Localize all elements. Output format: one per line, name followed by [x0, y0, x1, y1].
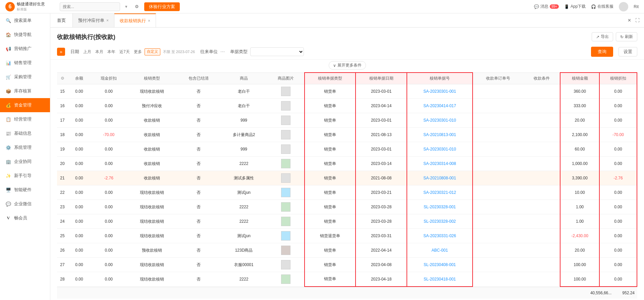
sidebar-item-navigation[interactable]: 🏠 快捷导航 [0, 28, 50, 42]
dropdown-arrow-icon[interactable]: ▾ [123, 3, 129, 10]
row-index: 23 [57, 200, 68, 214]
this-year-link[interactable]: 本年 [106, 48, 117, 55]
last-month-link[interactable]: 上月 [82, 48, 93, 55]
tab-writeoff[interactable]: 收款核销执行 × [114, 13, 156, 27]
voucher-no-link[interactable]: SL-20230328-001 [424, 205, 456, 209]
row-cash-discount: 0.00 [91, 200, 127, 214]
filter-counterparty-group: 往来单位 ··· [200, 49, 225, 55]
row-voucher-type: 销货单 [305, 142, 356, 157]
row-voucher-date: 2023-03-14 [356, 157, 407, 171]
row-voucher-no: SL-20230328-001 [407, 200, 473, 214]
sidebar-item-marketing[interactable]: 📢 营销推广 [0, 42, 50, 56]
voucher-no-link[interactable]: SA-20210808-001 [423, 176, 456, 180]
sidebar-item-sales[interactable]: 📊 销售管理 [0, 56, 50, 70]
user-avatar[interactable] [619, 2, 628, 11]
row-product: 2222 [220, 157, 267, 171]
maximize-window-icon[interactable]: ⛶ [635, 18, 640, 23]
sidebar-item-member[interactable]: V 畅会员 [0, 211, 50, 225]
sidebar-item-label: 经营管理 [14, 116, 32, 122]
row-product-img [267, 128, 304, 142]
voucher-no-link[interactable]: SA-20230331-026 [423, 233, 456, 238]
column-writeoff-type-header: 核销类型 [127, 73, 177, 84]
row-product: 老白干 [220, 99, 267, 113]
online-support-button[interactable]: 🎧 在线客服 [591, 4, 613, 9]
tab-close-writeoff[interactable]: × [148, 18, 150, 23]
row-include-settled: 否 [177, 128, 220, 142]
voucher-no-link[interactable]: SA-20230314-008 [423, 161, 456, 166]
row-index: 22 [57, 185, 68, 200]
export-button[interactable]: ↗ 导出 [592, 32, 613, 41]
row-include-settled: 否 [177, 243, 220, 258]
sidebar-item-enterprise[interactable]: 🏢 企业协同 [0, 155, 50, 169]
voucher-no-link[interactable]: SA-20230301-010 [423, 118, 456, 123]
refresh-button[interactable]: ↻ 刷新 [616, 32, 637, 41]
top-bar: 6 畅捷通谱好生意 标准版 ▾ ⚙ 休验行业方案 💬 消息 99+ 📱 App下… [0, 0, 644, 13]
chevron-down-icon: ∨ [333, 63, 336, 68]
row-product-img [267, 200, 304, 214]
column-include-settled-header: 包含已结清 [177, 73, 220, 84]
voucher-type-select[interactable] [250, 47, 304, 56]
row-balance: 0.00 [68, 113, 91, 128]
voucher-no-link[interactable]: SL-20230328-002 [424, 219, 456, 224]
monitor-icon: 🖥️ [5, 187, 11, 192]
row-include-settled: 否 [177, 272, 220, 287]
table-container: ⚙ 余额 现金折扣 核销类型 包含已结清 商品 商品图片 核销单据类型 核销单据… [50, 72, 644, 300]
voucher-no-link[interactable]: SA-20230321-012 [423, 190, 456, 195]
tab-prepayment[interactable]: 预付冲应付单 × [73, 13, 114, 27]
this-month-link[interactable]: 本月 [94, 48, 105, 55]
sidebar-item-inventory[interactable]: 📦 库存核算 [0, 84, 50, 98]
last-7-days-link[interactable]: 近7天 [118, 48, 131, 55]
sidebar-item-hardware[interactable]: 🖥️ 智能硬件 [0, 183, 50, 197]
row-writeoff-amount: 100.00 [560, 272, 599, 287]
row-writeoff-type: 现结收款核销 [127, 272, 177, 287]
tab-close-prepayment[interactable]: × [106, 18, 109, 23]
column-settings-header[interactable]: ⚙ [57, 73, 68, 84]
product-image [281, 87, 290, 96]
sidebar-item-operations[interactable]: 📋 经营管理 [0, 112, 50, 126]
filter-expand-button[interactable]: » [57, 48, 65, 56]
row-receipt-condition [523, 99, 560, 113]
voucher-no-link[interactable]: SA-20230414-017 [423, 103, 456, 108]
settings-icon[interactable]: ⚙ [132, 2, 142, 11]
more-dates-link[interactable]: 更多 [132, 48, 143, 55]
row-writeoff-discount: 0.00 [599, 157, 637, 171]
sidebar-item-search[interactable]: 🔍 搜索菜单 [0, 13, 50, 28]
expand-more-button[interactable]: ∨ 展开更多条件 [329, 61, 366, 70]
box-icon: 📦 [5, 89, 11, 94]
notifications-button[interactable]: 💬 消息 99+ [534, 4, 559, 9]
row-balance: 0.00 [68, 142, 91, 157]
setting-button[interactable]: 设置 [619, 47, 637, 56]
custom-date-button[interactable]: 自定义 [145, 48, 160, 55]
row-index: 20 [57, 157, 68, 171]
row-include-settled: 否 [177, 229, 220, 243]
product-image [281, 101, 290, 111]
row-receipt-condition [523, 214, 560, 229]
row-receipt-condition [523, 200, 560, 214]
table-row: 21 0.00 -2.76 收款核销 否 测试多属性 销货单 2021-08-0… [57, 171, 637, 185]
tab-home[interactable]: 首页 [50, 13, 73, 27]
industry-solution-button[interactable]: 休验行业方案 [144, 2, 180, 11]
voucher-no-link[interactable]: SA-20210813-001 [423, 132, 456, 137]
sidebar-item-purchase[interactable]: 🛒 采购管理 [0, 70, 50, 84]
query-button[interactable]: 查询 [591, 47, 613, 57]
row-receipt-condition [523, 243, 560, 258]
sidebar-item-system[interactable]: ⚙️ 系统管理 [0, 140, 50, 155]
data-table: ⚙ 余额 现金折扣 核销类型 包含已结清 商品 商品图片 核销单据类型 核销单据… [57, 72, 637, 287]
sidebar-item-wechat[interactable]: 💬 企业微信 [0, 197, 50, 211]
close-window-icon[interactable]: ✕ [627, 18, 632, 23]
row-voucher-type: 销货单 [305, 272, 356, 287]
row-writeoff-discount: 0.00 [599, 185, 637, 200]
chart-icon: 📊 [5, 60, 11, 66]
row-receipt-order [473, 142, 523, 157]
sidebar-item-basic-info[interactable]: 📰 基础信息 [0, 126, 50, 140]
sidebar-item-finance[interactable]: 💰 资金管理 [0, 98, 50, 112]
row-writeoff-discount: 0.00 [599, 229, 637, 243]
voucher-no-link[interactable]: SL-20230408-001 [424, 262, 456, 267]
voucher-no-link[interactable]: SL-20230418-001 [424, 277, 456, 282]
voucher-no-link[interactable]: SA-20230301-001 [423, 89, 456, 94]
app-download-button[interactable]: 📱 App下载 [564, 4, 586, 9]
sidebar-item-guide[interactable]: ✨ 新手引导 [0, 169, 50, 183]
search-input[interactable] [60, 2, 120, 11]
voucher-no-link[interactable]: ABC-001 [432, 248, 448, 253]
voucher-no-link[interactable]: SA-20230301-010 [423, 147, 456, 152]
